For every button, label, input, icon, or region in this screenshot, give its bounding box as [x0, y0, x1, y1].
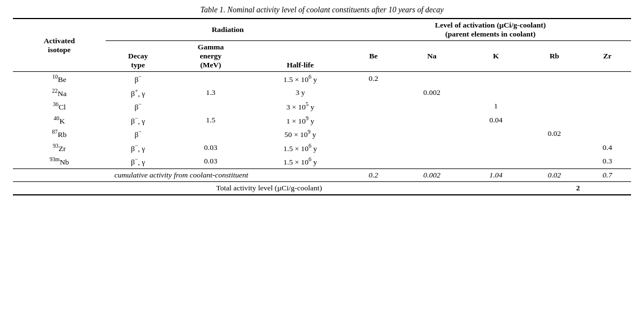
- val-k40-k: 0.04: [466, 113, 525, 127]
- val-k40-zr: [584, 113, 631, 127]
- gamma-zr93: 0.03: [170, 141, 251, 155]
- table-row: 36Cl β− 3 × 105 y 1: [13, 99, 631, 113]
- cumulative-k: 1.04: [466, 168, 525, 181]
- gamma-nb93m: 0.03: [170, 154, 251, 168]
- val-zr93-zr: 0.4: [584, 141, 631, 155]
- cumulative-row: cumulative activity from coolant-constit…: [13, 168, 631, 181]
- isotope-rb87: 87Rb: [13, 127, 106, 141]
- table-row: 87Rb β− 50 × 109 y 0.02: [13, 127, 631, 141]
- val-nb93m-na: [397, 154, 467, 168]
- header-be: Be: [350, 41, 397, 72]
- gamma-na22: 1.3: [170, 86, 251, 100]
- val-rb87-zr: [584, 127, 631, 141]
- isotope-cl36: 36Cl: [13, 99, 106, 113]
- val-nb93m-k: [466, 154, 525, 168]
- val-be10-zr: [584, 72, 631, 86]
- cumulative-zr: 0.7: [584, 168, 631, 181]
- decay-na22: β+, γ: [106, 86, 170, 100]
- val-zr93-rb: [525, 141, 583, 155]
- val-na22-be: [350, 86, 397, 100]
- total-label: Total activity level (µCi/g-coolant): [13, 181, 525, 195]
- isotope-nb93m: 93mNb: [13, 154, 106, 168]
- val-nb93m-rb: [525, 154, 583, 168]
- val-be10-be: 0.2: [350, 72, 397, 86]
- val-nb93m-zr: 0.3: [584, 154, 631, 168]
- val-be10-k: [466, 72, 525, 86]
- val-cl36-be: [350, 99, 397, 113]
- header-isotope: Activatedisotope: [13, 19, 106, 72]
- cumulative-rb: 0.02: [525, 168, 583, 181]
- val-zr93-k: [466, 141, 525, 155]
- halflife-zr93: 1.5 × 106 y: [251, 141, 350, 155]
- total-row: Total activity level (µCi/g-coolant) 2: [13, 181, 631, 195]
- gamma-k40: 1.5: [170, 113, 251, 127]
- gamma-be10: [170, 72, 251, 86]
- val-k40-na: [397, 113, 467, 127]
- table-title: Table 1. Nominal activity level of coola…: [13, 6, 631, 15]
- gamma-cl36: [170, 99, 251, 113]
- val-na22-na: 0.002: [397, 86, 467, 100]
- val-na22-zr: [584, 86, 631, 100]
- halflife-rb87: 50 × 109 y: [251, 127, 350, 141]
- header-k: K: [466, 41, 525, 72]
- isotope-k40: 40K: [13, 113, 106, 127]
- header-gamma-energy: Gammaenergy(MeV): [170, 41, 251, 72]
- val-nb93m-be: [350, 154, 397, 168]
- table-row: 40K β−, γ 1.5 1 × 109 y 0.04: [13, 113, 631, 127]
- decay-cl36: β−: [106, 99, 170, 113]
- header-activation-group: Level of activation (µCi/g-coolant)(pare…: [350, 19, 631, 41]
- header-na: Na: [397, 41, 467, 72]
- val-rb87-k: [466, 127, 525, 141]
- val-k40-rb: [525, 113, 583, 127]
- decay-k40: β−, γ: [106, 113, 170, 127]
- table-row: 22Na β+, γ 1.3 3 y 0.002: [13, 86, 631, 100]
- val-be10-rb: [525, 72, 583, 86]
- table-row: 10Be β− 1.5 × 106 y 0.2: [13, 72, 631, 86]
- val-k40-be: [350, 113, 397, 127]
- halflife-nb93m: 1.5 × 106 y: [251, 154, 350, 168]
- table-row: 93mNb β−, γ 0.03 1.5 × 106 y 0.3: [13, 154, 631, 168]
- halflife-na22: 3 y: [251, 86, 350, 100]
- val-rb87-na: [397, 127, 467, 141]
- isotope-zr93: 93Zr: [13, 141, 106, 155]
- header-radiation-group: Radiation: [106, 19, 350, 41]
- val-zr93-na: [397, 141, 467, 155]
- halflife-be10: 1.5 × 106 y: [251, 72, 350, 86]
- val-cl36-zr: [584, 99, 631, 113]
- decay-rb87: β−: [106, 127, 170, 141]
- header-decay-type: Decaytype: [106, 41, 170, 72]
- val-na22-rb: [525, 86, 583, 100]
- gamma-rb87: [170, 127, 251, 141]
- isotope-na22: 22Na: [13, 86, 106, 100]
- halflife-k40: 1 × 109 y: [251, 113, 350, 127]
- val-cl36-rb: [525, 99, 583, 113]
- val-rb87-be: [350, 127, 397, 141]
- header-rb: Rb: [525, 41, 583, 72]
- cumulative-na: 0.002: [397, 168, 467, 181]
- decay-nb93m: β−, γ: [106, 154, 170, 168]
- cumulative-label: cumulative activity from coolant-constit…: [13, 168, 350, 181]
- header-zr: Zr: [584, 41, 631, 72]
- val-cl36-na: [397, 99, 467, 113]
- val-rb87-rb: 0.02: [525, 127, 583, 141]
- val-na22-k: [466, 86, 525, 100]
- halflife-cl36: 3 × 105 y: [251, 99, 350, 113]
- table-container: Table 1. Nominal activity level of coola…: [13, 6, 631, 195]
- val-cl36-k: 1: [466, 99, 525, 113]
- total-value: 2: [525, 181, 631, 195]
- table-row: 93Zr β−, γ 0.03 1.5 × 106 y 0.4: [13, 141, 631, 155]
- cumulative-be: 0.2: [350, 168, 397, 181]
- val-be10-na: [397, 72, 467, 86]
- val-zr93-be: [350, 141, 397, 155]
- decay-be10: β−: [106, 72, 170, 86]
- decay-zr93: β−, γ: [106, 141, 170, 155]
- isotope-be10: 10Be: [13, 72, 106, 86]
- data-table: Activatedisotope Radiation Level of acti…: [13, 18, 631, 195]
- header-half-life: Half-life: [251, 41, 350, 72]
